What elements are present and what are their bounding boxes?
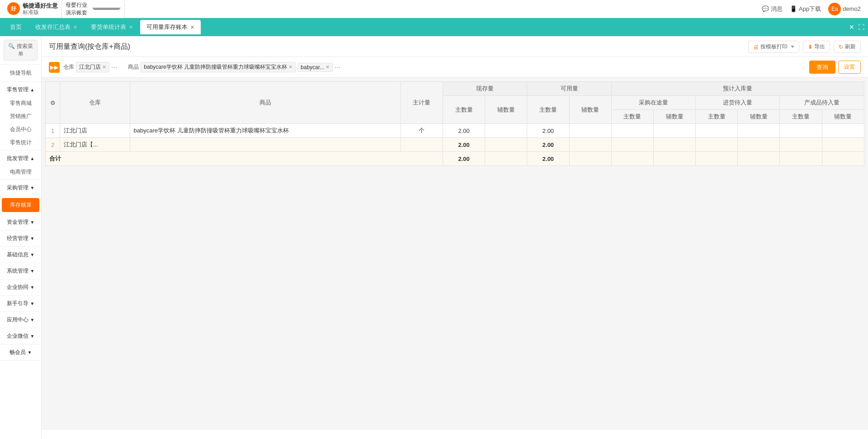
sidebar-group-basic-header[interactable]: 基础信息 ▼ [0, 248, 41, 262]
th-warehouse: 仓库 [60, 82, 130, 124]
nav-right-controls: ✕ ⛶ [849, 24, 864, 31]
table-footer-bar [42, 430, 868, 439]
settings-btn[interactable]: 设置 [838, 61, 861, 74]
footer-stock-main: 2.00 [443, 152, 485, 166]
sidebar-group-finance-header[interactable]: 资金管理 ▼ [0, 215, 41, 229]
product-tag-1-remove[interactable]: ✕ [288, 64, 292, 70]
window-close-icon[interactable]: ✕ [849, 24, 854, 31]
row-inb-main-1 [696, 124, 738, 138]
wholesale-arrow-icon: ▲ [30, 156, 35, 161]
tab-available-close[interactable]: ✕ [190, 24, 194, 30]
sidebar-item-marketing[interactable]: 营销推广 [0, 110, 41, 123]
sidebar-item-member-center[interactable]: 会员中心 [0, 123, 41, 136]
sidebar-item-quick-nav[interactable]: 快捷导航 [0, 66, 41, 80]
sidebar-item-ecommerce[interactable]: 电商管理 [0, 165, 41, 179]
row-warehouse-1: 江北门店 [60, 124, 130, 138]
footer-prod-aux [822, 152, 864, 166]
sidebar-group-basic: 基础信息 ▼ [0, 247, 41, 263]
footer-proc-main [611, 152, 653, 166]
refresh-btn[interactable]: ↻ 刷新 [834, 41, 861, 53]
top-bar-right: 💬 消息 📱 App下载 Ea demo2 [762, 3, 861, 15]
th-inb-main: 主数量 [696, 110, 738, 124]
th-planned-inbound: 预计入库量 [611, 82, 864, 96]
tab-order-close[interactable]: ✕ [129, 24, 133, 30]
th-proc-aux: 辅数量 [653, 110, 695, 124]
sidebar-group-purchase-header[interactable]: 采购管理 ▼ [0, 181, 41, 195]
user-area[interactable]: Ea demo2 [828, 3, 861, 15]
row-stock-aux-1 [485, 124, 527, 138]
row-inb-aux-1 [738, 124, 780, 138]
filter-toggle-btn[interactable]: ▶▶ [49, 62, 60, 73]
th-prod-main: 主数量 [780, 110, 822, 124]
product-more-btn[interactable]: ··· [335, 63, 340, 71]
th-stock-aux: 辅数量 [485, 96, 527, 124]
sidebar-group-system-header[interactable]: 系统管理 ▼ [0, 264, 41, 278]
page-header: 可用量查询(按仓库+商品) 🖨 按模板打印 ⬇ 导出 ↻ 刷新 [42, 36, 868, 57]
template-print-btn[interactable]: 🖨 按模板打印 [748, 41, 799, 53]
table-footer: 合计 2.00 2.00 [46, 152, 864, 166]
th-unit: 主计量 [401, 82, 443, 124]
th-product: 商品 [130, 82, 401, 124]
sidebar-group-purchase: 采购管理 ▼ [0, 180, 41, 196]
th-available: 可用量 [527, 82, 611, 96]
sidebar-group-operation-header[interactable]: 经营管理 ▼ [0, 231, 41, 245]
sidebar-group-appstore-header[interactable]: 应用中心 ▼ [0, 313, 41, 327]
row-avail-main-2: 2.00 [527, 138, 569, 152]
sidebar-group-wechat-header[interactable]: 企业微信 ▼ [0, 329, 41, 343]
row-warehouse-2: 江北门店【... [60, 138, 130, 152]
sidebar-group-member-header[interactable]: 畅会员 ▼ [0, 345, 41, 359]
tab-receive-close[interactable]: ✕ [73, 24, 77, 30]
print-chevron-icon [791, 46, 794, 48]
footer-label: 合计 [46, 152, 443, 166]
tab-receive[interactable]: 收发存汇总表 ✕ [29, 20, 84, 34]
store-selector[interactable]: 母婴行业演示账套 [61, 0, 125, 19]
table-row: 2 江北门店【... 2.00 2.00 [46, 138, 864, 152]
sidebar-group-inventory-header[interactable]: 库存核算 [2, 198, 39, 212]
sidebar-group-wholesale-header[interactable]: 批发管理 ▲ [0, 151, 41, 165]
sidebar-group-cooperation-header[interactable]: 企业协同 ▼ [0, 280, 41, 294]
filter-product: 商品 babycare学饮杯 儿童防摔防撞吸管杯重力球吸嘴杯宝宝水杯 ✕ bab… [128, 62, 340, 72]
th-production: 产成品待入量 [780, 96, 864, 110]
message-btn[interactable]: 💬 消息 [762, 5, 783, 13]
page-title: 可用量查询(按仓库+商品) [49, 42, 130, 52]
sidebar-group-guide-header[interactable]: 新手引导 ▼ [0, 297, 41, 311]
sidebar-item-retail-mall[interactable]: 零售商城 [0, 97, 41, 110]
tab-order[interactable]: 要货单统计表 ✕ [85, 20, 139, 34]
footer-inb-aux [738, 152, 780, 166]
settings-gear-icon[interactable]: ⚙ [50, 99, 56, 106]
product-tag-1: babycare学饮杯 儿童防摔防撞吸管杯重力球吸嘴杯宝宝水杯 ✕ [141, 62, 296, 72]
row-prod-main-1 [780, 124, 822, 138]
finance-arrow-icon: ▼ [30, 220, 35, 225]
logo-area: 好 畅捷通好生意 标准版 [7, 2, 58, 16]
basic-arrow-icon: ▼ [30, 252, 35, 257]
app-download-btn[interactable]: 📱 App下载 [790, 5, 821, 13]
query-btn[interactable]: 查询 [809, 61, 835, 74]
th-inb-aux: 辅数量 [738, 110, 780, 124]
window-expand-icon[interactable]: ⛶ [858, 24, 864, 31]
top-bar: 好 畅捷通好生意 标准版 母婴行业演示账套 💬 消息 📱 App下载 Ea de… [0, 0, 868, 18]
export-btn[interactable]: ⬇ 导出 [803, 41, 830, 53]
search-menu-btn[interactable]: 🔍 搜索菜单 [4, 40, 38, 61]
sidebar-group-retail-header[interactable]: 零售管理 ▲ [0, 83, 41, 97]
product-tag-2-remove[interactable]: ✕ [326, 64, 330, 70]
sidebar-group-finance: 资金管理 ▼ [0, 214, 41, 231]
retail-arrow-icon: ▲ [30, 87, 35, 92]
logo-icon: 好 [7, 2, 20, 15]
warehouse-more-btn[interactable]: ··· [111, 63, 117, 71]
appstore-arrow-icon: ▼ [30, 317, 35, 322]
sidebar-group-member: 畅会员 ▼ [0, 345, 41, 361]
th-avail-aux: 辅数量 [569, 96, 611, 124]
footer-stock-aux [485, 152, 527, 166]
tab-available[interactable]: 可用量库存账本 ✕ [140, 20, 201, 34]
product-tag-2: babycar... ✕ [297, 63, 333, 72]
row-inb-main-2 [696, 138, 738, 152]
sidebar-item-retail-stats[interactable]: 零售统计 [0, 136, 41, 149]
wechat-arrow-icon: ▼ [30, 334, 35, 339]
nav-tabs: 首页 收发存汇总表 ✕ 要货单统计表 ✕ 可用量库存账本 ✕ ✕ ⛶ [0, 18, 868, 36]
th-inbound: 进货待入量 [696, 96, 780, 110]
tab-home[interactable]: 首页 [4, 20, 28, 34]
sidebar-group-wholesale: 批发管理 ▲ 电商管理 [0, 151, 41, 180]
warehouse-tag-remove[interactable]: ✕ [102, 64, 106, 70]
th-avail-main: 主数量 [527, 96, 569, 124]
sidebar-group-cooperation: 企业协同 ▼ [0, 279, 41, 296]
